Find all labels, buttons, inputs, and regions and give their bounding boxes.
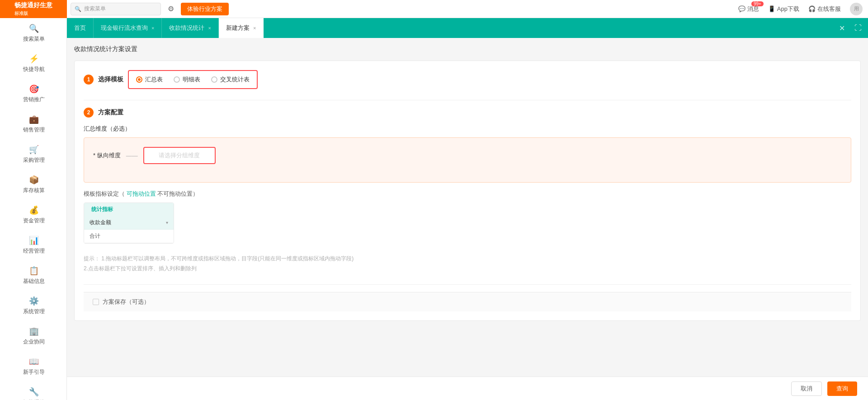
system-icon: ⚙️: [29, 296, 39, 306]
marketing-icon: 🎯: [29, 84, 39, 94]
download-icon: 📱: [768, 5, 775, 12]
tips-section: 提示： 1.拖动标题栏可以调整布局，不可跨维度或指标区域拖动，目字段(只能在同一…: [84, 254, 851, 273]
logo-text: 畅捷通好生意: [14, 1, 52, 9]
sidebar-item-enterprise[interactable]: 🏢 企业协同: [0, 321, 66, 351]
indicator-group-label: 统计指标: [84, 203, 174, 216]
indicator-section: 模板指标设定（ 可拖动位置 不可拖动位置） 统计指标 收款金额 ▾: [84, 190, 851, 273]
radio-crosstab[interactable]: 交叉统计表: [211, 75, 250, 84]
indicator-sum-label: 合计: [90, 233, 100, 239]
tab-newplan[interactable]: 新建方案 ×: [219, 18, 264, 38]
sidebar-item-marketing[interactable]: 🎯 营销推广: [0, 79, 66, 109]
radio-detail[interactable]: 明细表: [174, 75, 200, 84]
dim-arrow: ——: [126, 152, 138, 159]
tip-1-text: 提示： 1.拖动标题栏可以调整布局，不可跨维度或指标区域拖动，目字段(只能在同一…: [84, 254, 354, 264]
save-checkbox[interactable]: [93, 299, 99, 305]
sidebar-item-system[interactable]: ⚙️ 系统管理: [0, 291, 66, 321]
footer-bar: 取消 查询: [67, 376, 868, 400]
guide-icon: 📖: [29, 357, 39, 367]
search-bar[interactable]: 🔍 搜索菜单: [71, 3, 161, 15]
sidebar-item-guide[interactable]: 📖 新手引导: [0, 351, 66, 381]
online-support[interactable]: 🎧 在线客服: [808, 5, 841, 13]
radio-detail-label: 明细表: [183, 75, 200, 84]
divider1: [84, 100, 851, 100]
content-area: 首页 现金银行流水查询 × 收款情况统计 × 新建方案 × ✕ ⛶ 收款情况统计…: [67, 18, 868, 400]
tab-newplan-label: 新建方案: [226, 24, 250, 32]
dim-placeholder[interactable]: 请选择分组维度: [143, 147, 216, 164]
tab-home[interactable]: 首页: [67, 18, 94, 38]
search-icon: 🔍: [75, 6, 81, 12]
step2-title: 方案配置: [98, 108, 123, 117]
draggable-hint: 可拖动位置: [127, 190, 156, 197]
save-section: 方案保存（可选）: [84, 292, 851, 311]
sidebar: 🔍 搜索菜单 ⚡ 快捷导航 🎯 营销推广 💼 销售管理 🛒 采购管理 📦 库存核…: [0, 18, 67, 400]
radio-summary-label: 汇总表: [145, 75, 163, 84]
purchase-icon: 🛒: [29, 145, 39, 155]
vertical-dim-row: * 纵向维度 —— 请选择分组维度: [93, 147, 842, 164]
step1-number: 1: [84, 75, 94, 85]
sidebar-item-finance[interactable]: 💰 资金管理: [0, 200, 66, 230]
gear-button[interactable]: ⚙: [165, 3, 177, 15]
step1-section: 1 选择模板 汇总表 明细表: [84, 70, 851, 89]
sidebar-item-label: 快捷导航: [23, 66, 45, 73]
sidebar-item-hardware[interactable]: 🔧 智能硬件: [0, 381, 66, 400]
sidebar-item-management[interactable]: 📊 经营管理: [0, 230, 66, 260]
radio-crosstab-label: 交叉统计表: [220, 75, 250, 84]
quicknav-icon: ⚡: [29, 54, 39, 64]
support-icon: 🎧: [808, 5, 816, 12]
dimension-area: * 纵向维度 —— 请选择分组维度: [84, 137, 851, 183]
tab-receipts-label: 收款情况统计: [169, 24, 204, 32]
search-placeholder: 搜索菜单: [84, 5, 106, 13]
tab-cashflow-close[interactable]: ×: [151, 25, 154, 31]
template-selection: 汇总表 明细表 交叉统计表: [128, 70, 258, 89]
app-download[interactable]: 📱 App下载: [768, 5, 799, 13]
indicator-col-header[interactable]: 收款金额 ▾: [84, 216, 174, 230]
radio-summary[interactable]: 汇总表: [136, 75, 163, 84]
sidebar-item-label: 企业协同: [23, 338, 45, 346]
tab-newplan-close[interactable]: ×: [253, 25, 256, 31]
page-content: 收款情况统计方案设置 1 选择模板 汇总表: [67, 38, 868, 376]
tip-line-1: 提示： 1.拖动标题栏可以调整布局，不可跨维度或指标区域拖动，目字段(只能在同一…: [84, 254, 851, 264]
hardware-icon: 🔧: [29, 387, 39, 397]
message-icon: 💬: [738, 5, 745, 12]
notification-badge: 99+: [751, 1, 764, 6]
tip-line-2: 2.点击标题栏下拉可设置排序、插入列和删除列: [84, 264, 851, 274]
tab-cashflow[interactable]: 现金银行流水查询 ×: [94, 18, 162, 38]
radio-detail-circle: [174, 76, 180, 83]
sidebar-item-label: 经营管理: [23, 247, 45, 255]
finance-icon: 💰: [29, 205, 39, 215]
industry-button[interactable]: 体验行业方案: [181, 3, 229, 15]
sidebar-item-label: 系统管理: [23, 308, 45, 315]
query-button[interactable]: 查询: [827, 381, 857, 396]
vertical-dim-label: * 纵向维度: [93, 151, 121, 160]
enterprise-icon: 🏢: [29, 326, 39, 336]
sidebar-item-quicknav[interactable]: ⚡ 快捷导航: [0, 48, 66, 79]
cancel-button[interactable]: 取消: [791, 381, 822, 396]
indicator-label: 模板指标设定（ 可拖动位置 不可拖动位置）: [84, 190, 851, 198]
sidebar-item-label: 营销推广: [23, 96, 45, 104]
close-window-button[interactable]: ✕: [835, 22, 848, 34]
divider2: [84, 284, 851, 285]
indicator-col-label: 收款金额: [90, 219, 111, 226]
sidebar-item-label: 基础信息: [23, 278, 45, 285]
indicator-label-text: 模板指标设定（ 可拖动位置 不可拖动位置）: [84, 190, 198, 198]
sidebar-item-sales[interactable]: 💼 销售管理: [0, 109, 66, 139]
radio-summary-circle: [136, 76, 142, 83]
main-layout: 🔍 搜索菜单 ⚡ 快捷导航 🎯 营销推广 💼 销售管理 🛒 采购管理 📦 库存核…: [0, 18, 868, 400]
indicator-sum-row: 合计: [84, 230, 174, 243]
sidebar-item-search[interactable]: 🔍 搜索菜单: [0, 18, 66, 48]
sidebar-item-basic-info[interactable]: 📋 基础信息: [0, 260, 66, 291]
tab-home-label: 首页: [74, 24, 86, 32]
maximize-window-button[interactable]: ⛶: [852, 22, 864, 34]
sidebar-item-label: 库存核算: [23, 187, 45, 194]
sidebar-item-purchase[interactable]: 🛒 采购管理: [0, 139, 66, 169]
tab-bar: 首页 现金银行流水查询 × 收款情况统计 × 新建方案 × ✕ ⛶: [67, 18, 868, 38]
indicator-table: 统计指标 收款金额 ▾ 合计: [84, 202, 174, 244]
user-avatar[interactable]: 用: [850, 3, 863, 15]
header-right: 💬 消息 99+ 📱 App下载 🎧 在线客服 用: [738, 3, 863, 15]
tab-receipts[interactable]: 收款情况统计 ×: [162, 18, 218, 38]
sidebar-item-inventory[interactable]: 📦 库存核算: [0, 169, 66, 200]
dropdown-arrow-icon[interactable]: ▾: [166, 220, 168, 225]
main-panel: 1 选择模板 汇总表 明细表: [74, 61, 861, 321]
tab-receipts-close[interactable]: ×: [208, 25, 211, 31]
notification-item[interactable]: 💬 消息 99+: [738, 5, 759, 13]
